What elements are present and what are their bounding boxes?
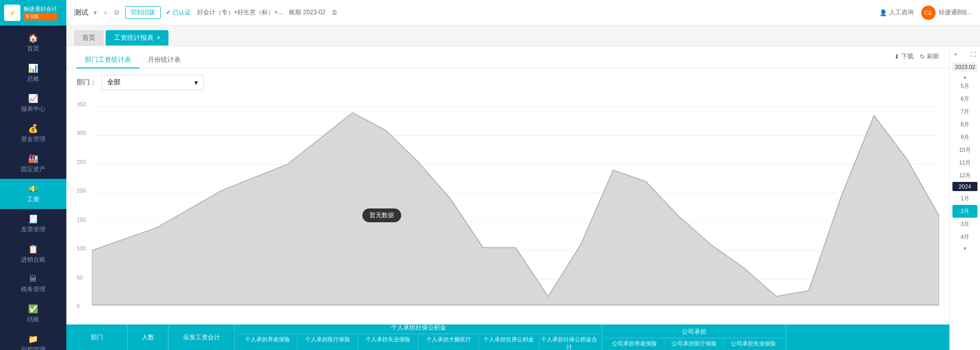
main-content: 测试 ▾ ＋ ⚙ 切到旧版 ✔ 已认证 好会计（专）+好生意（标）+... 账期… — [66, 0, 980, 350]
topbar-right: 👤 人工咨询 CE 轻捷通B组... — [879, 6, 972, 20]
tab-home[interactable]: 首页 — [74, 30, 104, 45]
col-company-group: 公司承担 公司承担养老保险 公司承担医疗保险 公司承担失业保险 — [602, 324, 786, 350]
support-button[interactable]: 👤 人工咨询 — [879, 8, 914, 17]
content-area: 部门工资统计表 月份统计表 ⬇ 下载 ↻ 刷新 — [66, 46, 949, 350]
purchase-icon: 📋 — [28, 244, 38, 254]
sidebar-item-home[interactable]: 🏠首页 — [0, 28, 66, 58]
month-2023-5[interactable]: 5月 — [952, 80, 977, 92]
support-icon: 👤 — [879, 9, 887, 16]
dept-filter-label: 部门： — [77, 78, 96, 87]
refresh-icon: ↻ — [920, 53, 925, 60]
assets-icon: 🏭 — [28, 154, 38, 164]
topbar-settings-icon[interactable]: ⚙ — [114, 9, 120, 16]
col-personal-pension: 个人承担养老保险 — [237, 336, 298, 350]
scroll-down-icon[interactable]: ▼ — [952, 246, 977, 251]
nav-label-closing: 结账 — [27, 315, 39, 324]
chart-y-axis: 350 300 250 200 150 100 50 0 — [77, 101, 86, 309]
sidebar-item-reports[interactable]: 📈报表中心 — [0, 88, 66, 119]
sidebar-item-salary[interactable]: 💵工资 — [0, 179, 66, 209]
sidebar-item-invoice[interactable]: 🧾发票管理 — [0, 209, 66, 239]
tax-icon: 🏛 — [29, 274, 37, 284]
certified-label: ✔ 已认证 — [166, 8, 191, 17]
month-2023-10[interactable]: 10月 — [952, 144, 977, 156]
calendar-icon[interactable]: 🗓 — [332, 9, 338, 16]
nav-label-salary: 工资 — [27, 195, 39, 204]
col-dept: 部门 — [66, 324, 128, 350]
expand-panel-icon[interactable]: ⛶ — [970, 51, 976, 57]
col-personal-major-medical: 个人承担大额医疗 — [419, 336, 479, 350]
col-total-salary: 应发工资合计 — [168, 324, 235, 350]
col-company-pension: 公司承担养老保险 — [605, 340, 665, 347]
sub-actions: ⬇ 下载 ↻ 刷新 — [894, 52, 939, 61]
month-2023-7[interactable]: 7月 — [952, 105, 977, 118]
personal-sub-headers: 个人承担养老保险 个人承担医疗保险 个人承担失业保险 个人承担大额医疗 — [237, 336, 599, 350]
nav-label-tax: 税务管理 — [21, 285, 45, 294]
right-panel: × ⛶ 2023.02 ▲ 5月 6月 7月 8月 9月 10月 11月 12月… — [949, 46, 980, 350]
sub-tab-monthly[interactable]: 月份统计表 — [139, 52, 189, 68]
sub-tabs: 部门工资统计表 月份统计表 ⬇ 下载 ↻ 刷新 — [66, 46, 949, 68]
dropdown-icon: ▾ — [194, 79, 198, 86]
nav-label-invoice: 发票管理 — [21, 225, 45, 234]
company-sub-headers: 公司承担养老保险 公司承担医疗保险 公司承担失业保险 — [605, 340, 783, 347]
month-2024-4[interactable]: 4月 — [952, 230, 977, 243]
sidebar-item-closing[interactable]: ✅结账 — [0, 299, 66, 329]
scroll-up-icon[interactable]: ▲ — [952, 74, 977, 80]
company-group-label: 公司承担 — [605, 328, 783, 338]
dept-select[interactable]: 全部 ▾ — [102, 75, 204, 90]
col-personal-medical: 个人承担医疗保险 — [298, 336, 358, 350]
month-2024-3[interactable]: 3月 — [952, 218, 977, 230]
chart-area: 350 300 250 200 150 100 50 0 — [66, 96, 949, 324]
nav-label-archive: 归档管理 — [21, 345, 45, 350]
month-2023-12[interactable]: 12月 — [952, 169, 977, 182]
period-label: 账期 2023-02 — [289, 8, 325, 17]
user-area[interactable]: CE 轻捷通B组... — [921, 6, 972, 20]
sub-tab-dept[interactable]: 部门工资统计表 — [77, 52, 139, 68]
nav-label-home: 首页 — [27, 44, 39, 53]
month-2024-2[interactable]: 2月 — [952, 205, 977, 218]
sidebar-item-ledger[interactable]: 📊总账 — [0, 58, 66, 88]
user-avatar: CE — [921, 6, 936, 20]
topbar-dropdown-icon[interactable]: ▾ — [93, 9, 97, 16]
topbar-status: ✔ 已认证 好会计（专）+好生意（标）+... 账期 2023-02 🗓 — [166, 8, 338, 17]
month-2023-8[interactable]: 8月 — [952, 118, 977, 131]
closing-icon: ✅ — [28, 304, 38, 314]
month-2023-11[interactable]: 11月 — [952, 156, 977, 169]
table-footer: 部门 人数 应发工资合计 个人承担社保公积金 — [66, 324, 949, 350]
tab-close-icon[interactable]: × — [157, 34, 160, 41]
nav-label-assets: 固定资产 — [21, 165, 45, 174]
col-personal-unemployment: 个人承担失业保险 — [358, 336, 419, 350]
topbar-plus-icon[interactable]: ＋ — [102, 8, 109, 17]
sidebar: ⚡ 畅捷通好会计 专业版 🏠首页📊总账📈报表中心💰资金管理🏭固定资产💵工资🧾发票… — [0, 0, 66, 350]
year-2024-header[interactable]: 2024 — [952, 182, 977, 191]
home-icon: 🏠 — [28, 33, 38, 43]
close-panel-icon[interactable]: × — [954, 51, 957, 57]
nav-label-purchase: 进销台账 — [21, 255, 45, 264]
salary-icon: 💵 — [28, 184, 38, 194]
switch-old-version-button[interactable]: 切到旧版 — [125, 6, 161, 19]
col-personal-total: 个人承担社保公积金合计 — [540, 336, 599, 350]
topbar-title: 测试 — [74, 8, 88, 17]
archive-icon: 📁 — [28, 334, 38, 344]
year-section-2024: 2024 1月 2月 3月 4月 ▼ — [950, 182, 980, 251]
col-headcount: 人数 — [128, 324, 168, 350]
sidebar-item-tax[interactable]: 🏛税务管理 — [0, 269, 66, 299]
sidebar-item-assets[interactable]: 🏭固定资产 — [0, 149, 66, 179]
right-panel-controls: × ⛶ — [950, 51, 980, 62]
sidebar-item-finance[interactable]: 💰资金管理 — [0, 119, 66, 149]
sidebar-item-purchase[interactable]: 📋进销台账 — [0, 239, 66, 269]
reports-icon: 📈 — [28, 94, 38, 103]
sidebar-item-archive[interactable]: 📁归档管理 — [0, 329, 66, 350]
tab-salary-report[interactable]: 工资统计报表 × — [106, 30, 168, 45]
col-personal-group: 个人承担社保公积金 个人承担养老保险 个人承担医疗保险 个人承担失业保险 — [235, 324, 602, 350]
refresh-button[interactable]: ↻ 刷新 — [920, 52, 939, 61]
col-company-unemployment: 公司承担失业保险 — [724, 340, 783, 347]
month-2024-1[interactable]: 1月 — [952, 192, 977, 205]
tabbar: 首页 工资统计报表 × — [66, 26, 980, 46]
download-button[interactable]: ⬇ 下载 — [894, 52, 914, 61]
month-2023-6[interactable]: 6月 — [952, 92, 977, 105]
month-2023-9[interactable]: 9月 — [952, 131, 977, 144]
invoice-icon: 🧾 — [28, 214, 38, 224]
personal-group-label: 个人承担社保公积金 — [237, 323, 599, 334]
filter-row: 部门： 全部 ▾ — [66, 68, 949, 96]
year-section-2023: 2023.02 ▲ 5月 6月 7月 8月 9月 10月 11月 12月 — [950, 62, 980, 182]
